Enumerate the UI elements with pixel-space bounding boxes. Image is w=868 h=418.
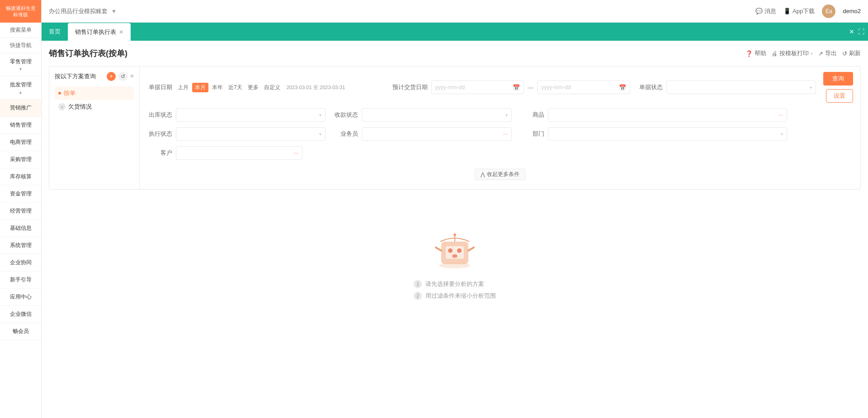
export-button[interactable]: ↗ 导出 bbox=[818, 49, 837, 57]
sidebar-item-purchase[interactable]: 采购管理 bbox=[0, 151, 41, 168]
filter-item-date: 单据日期 上月 本月 本年 近7天 更多 自定义 20 bbox=[147, 83, 385, 92]
sidebar-item-member[interactable]: 畅会员 bbox=[0, 323, 41, 340]
tab-home[interactable]: 首页 bbox=[42, 23, 68, 41]
dept-select[interactable]: ▾ bbox=[548, 127, 787, 141]
date-tab-more[interactable]: 更多 bbox=[246, 83, 260, 92]
filter-item-expected-date: 预计交货日期 yyyy-mm-dd 📅 — yyyy-mm-dd 📅 bbox=[392, 81, 631, 94]
sidebar-item-label: 畅会员 bbox=[13, 328, 29, 335]
date-range-text: 2023-03-01 至 2023-03-31 bbox=[287, 84, 345, 91]
empty-tip-2: 2 用过滤条件来缩小分析范围 bbox=[414, 292, 496, 300]
sidebar-item-enterprise[interactable]: 企业协同 bbox=[0, 254, 41, 271]
date-placeholder-start: yyyy-mm-dd bbox=[435, 84, 465, 90]
tab-sales-order-exec[interactable]: 销售订单执行表 ✕ bbox=[68, 23, 131, 41]
salesman-more-icon[interactable]: ··· bbox=[503, 131, 508, 137]
tip-text-1: 请先选择要分析的方案 bbox=[425, 280, 484, 288]
empty-state: 1 请先选择要分析的方案 2 用过滤条件来缩小分析范围 bbox=[49, 190, 861, 336]
outstock-select[interactable]: ▾ bbox=[176, 108, 326, 122]
filter-row-3: 执行状态 ▾ 业务员 ··· 部门 bbox=[147, 127, 853, 141]
print-label: 按模板打印 bbox=[779, 49, 809, 57]
date-tab-last-month[interactable]: 上月 bbox=[176, 83, 190, 92]
logo-text: 畅捷通好生意标准版 bbox=[6, 5, 36, 18]
message-icon: 💬 bbox=[755, 8, 763, 14]
status-select[interactable]: ▾ bbox=[666, 81, 816, 94]
status-label: 单据状态 bbox=[637, 83, 663, 91]
sidebar-item-system[interactable]: 系统管理 bbox=[0, 237, 41, 254]
sidebar-item-wholesale[interactable]: 批发管理 ▴ bbox=[0, 76, 41, 100]
goods-more-icon[interactable]: ··· bbox=[778, 112, 783, 118]
date-tab-custom[interactable]: 自定义 bbox=[262, 83, 282, 92]
sidebar-item-retail[interactable]: 零售管理 ▾ bbox=[0, 53, 41, 76]
sidebar-item-label: 搜索菜单 bbox=[10, 27, 32, 33]
settings-button[interactable]: 设置 bbox=[826, 89, 853, 103]
filter-item-status: 单据状态 ▾ bbox=[637, 81, 816, 94]
date-tab-last7days[interactable]: 近7天 bbox=[226, 83, 244, 92]
app-download-button[interactable]: 📱 App下载 bbox=[783, 7, 815, 15]
tab-label: 销售订单执行表 bbox=[75, 28, 116, 36]
sidebar-item-label: 库存核算 bbox=[10, 173, 32, 180]
scheme-arrears[interactable]: ○ 欠货情况 bbox=[55, 100, 134, 114]
user-avatar[interactable]: Ea bbox=[822, 5, 835, 18]
print-button[interactable]: 🖨 按模板打印 ▾ bbox=[772, 49, 813, 57]
print-icon: 🖨 bbox=[772, 50, 778, 57]
refresh-scheme-button[interactable]: ↺ bbox=[118, 72, 127, 81]
sidebar-logo[interactable]: 畅捷通好生意标准版 bbox=[0, 0, 41, 23]
sidebar-item-label: 系统管理 bbox=[10, 242, 32, 249]
filter-scheme-title: 按以下方案查询 bbox=[55, 72, 96, 81]
sidebar-item-inventory[interactable]: 库存核算 bbox=[0, 168, 41, 185]
app-download-label: App下载 bbox=[793, 7, 815, 15]
page-actions: ❓ 帮助 🖨 按模板打印 ▾ ↗ 导出 ↺ 刷新 bbox=[745, 49, 861, 57]
maximize-window-icon[interactable]: ⛶ bbox=[858, 28, 864, 35]
topbar-title: 办公用品行业模拟账套 bbox=[49, 7, 108, 15]
salesman-input[interactable]: ··· bbox=[362, 127, 511, 141]
customer-input[interactable]: ··· bbox=[176, 146, 302, 160]
sidebar-item-corp-wechat[interactable]: 企业微信 bbox=[0, 306, 41, 323]
sidebar-item-appstore[interactable]: 应用中心 bbox=[0, 289, 41, 306]
date-tab-this-year[interactable]: 本年 bbox=[210, 83, 225, 92]
collapse-button[interactable]: ⋀ 收起更多条件 bbox=[475, 169, 525, 180]
query-button[interactable]: 查询 bbox=[823, 72, 853, 86]
print-arrow-icon: ▾ bbox=[811, 51, 813, 56]
sidebar-item-operation[interactable]: 经营管理 bbox=[0, 203, 41, 220]
help-button[interactable]: ❓ 帮助 bbox=[745, 49, 766, 57]
exec-select[interactable]: ▾ bbox=[176, 127, 326, 141]
tab-close-icon[interactable]: ✕ bbox=[119, 29, 123, 35]
filter-item-customer: 客户 ··· bbox=[147, 146, 347, 160]
refresh-button[interactable]: ↺ 刷新 bbox=[842, 49, 861, 57]
goods-input[interactable]: ··· bbox=[548, 108, 787, 122]
page-header: 销售订单执行表(按单) ❓ 帮助 🖨 按模板打印 ▾ ↗ 导出 bbox=[49, 48, 861, 59]
expected-date-start-input[interactable]: yyyy-mm-dd 📅 bbox=[431, 81, 524, 94]
collapse-scheme-button[interactable]: « bbox=[130, 72, 134, 81]
svg-line-9 bbox=[468, 247, 474, 251]
collapse-label: 收起更多条件 bbox=[487, 171, 519, 178]
calendar-icon-end[interactable]: 📅 bbox=[619, 84, 626, 91]
calendar-icon-start[interactable]: 📅 bbox=[513, 84, 520, 91]
sidebar-item-label: 新手引导 bbox=[10, 276, 32, 284]
sidebar-item-basic[interactable]: 基础信息 bbox=[0, 220, 41, 237]
sidebar-item-ecommerce[interactable]: 电商管理 bbox=[0, 134, 41, 151]
sidebar-subitem-sales[interactable]: 销售管理 bbox=[0, 117, 41, 134]
svg-point-3 bbox=[448, 248, 453, 253]
sidebar-subitem-marketing[interactable]: 营销推广 bbox=[0, 100, 41, 117]
date-tab-this-month[interactable]: 本月 bbox=[192, 83, 208, 92]
customer-more-icon[interactable]: ··· bbox=[294, 150, 298, 156]
expected-date-end-input[interactable]: yyyy-mm-dd 📅 bbox=[537, 81, 630, 94]
refresh-icon: ↺ bbox=[842, 50, 847, 57]
tabbar: 首页 销售订单执行表 ✕ ✕ ⛶ bbox=[42, 23, 868, 41]
sidebar-item-label: 电商管理 bbox=[10, 138, 32, 146]
sidebar-item-search[interactable]: 搜索菜单 bbox=[0, 23, 41, 38]
filter-panel: 按以下方案查询 + ↺ « 按单 ○ 欠货情况 bbox=[49, 66, 861, 190]
add-scheme-button[interactable]: + bbox=[107, 72, 116, 81]
select-arrow-icon: ▾ bbox=[319, 132, 321, 137]
close-window-icon[interactable]: ✕ bbox=[849, 28, 854, 35]
sidebar-item-quick[interactable]: 快捷导航 bbox=[0, 38, 41, 53]
message-button[interactable]: 💬 消息 bbox=[755, 7, 776, 15]
sidebar-item-label: 批发管理 bbox=[10, 81, 32, 89]
payment-select[interactable]: ▾ bbox=[362, 108, 511, 122]
empty-tips: 1 请先选择要分析的方案 2 用过滤条件来缩小分析范围 bbox=[414, 280, 496, 300]
sidebar-item-label: 企业协同 bbox=[10, 259, 32, 266]
sidebar-item-newbie[interactable]: 新手引导 bbox=[0, 271, 41, 289]
scheme-press-order[interactable]: 按单 bbox=[55, 86, 134, 100]
topbar-dropdown-arrow[interactable]: ▼ bbox=[111, 8, 117, 14]
sidebar-item-finance[interactable]: 资金管理 bbox=[0, 185, 41, 203]
select-arrow-icon: ▾ bbox=[319, 113, 321, 118]
